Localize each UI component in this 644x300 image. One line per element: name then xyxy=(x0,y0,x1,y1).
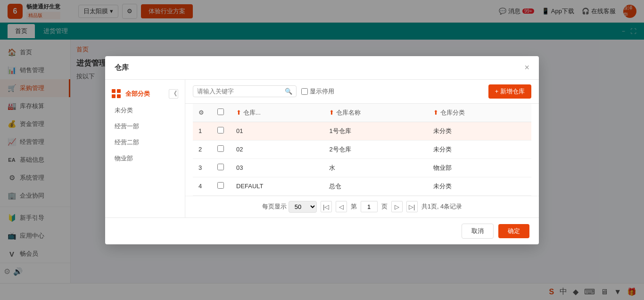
pagination: 每页显示 50 100 200 |◁ ◁ 第 页 ▷ ▷| 共1页, 4条记录 xyxy=(185,196,539,217)
row-no: 2 xyxy=(193,140,212,158)
row-name: 水 xyxy=(323,158,427,177)
search-input[interactable] xyxy=(197,88,283,95)
row-name: 1号仓库 xyxy=(323,122,427,140)
row-code: 02 xyxy=(231,140,323,158)
table-body: 1 01 1号仓库 未分类 2 xyxy=(193,122,531,195)
warehouse-modal: 仓库 × 全部分类 《 未分类 经营一部 经营二部 xyxy=(105,56,539,244)
first-page-button[interactable]: |◁ xyxy=(321,201,332,212)
row-name: 2号仓库 xyxy=(323,140,427,158)
warehouse-table: ⚙ ⬆仓库... ⬆仓库名称 xyxy=(193,104,531,196)
page-size-dropdown[interactable]: 50 100 200 xyxy=(289,201,317,213)
show-disabled-checkbox[interactable] xyxy=(301,88,308,95)
left-category-panel: 全部分类 《 未分类 经营一部 经营二部 物业部 xyxy=(105,80,185,217)
row-code: 01 xyxy=(231,122,323,140)
row-checkbox xyxy=(212,140,231,158)
prev-page-button[interactable]: ◁ xyxy=(336,201,347,212)
category-item-dept1[interactable]: 经营一部 xyxy=(105,118,185,134)
show-disabled-option: 显示停用 xyxy=(301,87,334,96)
row-select-checkbox[interactable] xyxy=(217,164,224,170)
modal-footer: 取消 确定 xyxy=(105,217,539,244)
row-checkbox xyxy=(212,158,231,177)
sort-icon-category: ⬆ xyxy=(433,109,438,116)
th-name: ⬆仓库名称 xyxy=(323,104,427,122)
row-category: 未分类 xyxy=(428,140,531,158)
category-item-property[interactable]: 物业部 xyxy=(105,150,185,167)
table-row[interactable]: 4 DEFAULT 总仓 未分类 xyxy=(193,177,531,195)
row-checkbox xyxy=(212,122,231,140)
th-settings: ⚙ xyxy=(193,104,212,122)
row-select-checkbox[interactable] xyxy=(217,145,224,152)
table-row[interactable]: 3 03 水 物业部 xyxy=(193,158,531,177)
modal-body: 全部分类 《 未分类 经营一部 经营二部 物业部 🔍 xyxy=(105,80,539,217)
add-warehouse-button[interactable]: + 新增仓库 xyxy=(488,84,531,99)
right-toolbar: 🔍 显示停用 + 新增仓库 xyxy=(185,80,539,104)
page-input[interactable] xyxy=(361,201,378,212)
row-code: DEFAULT xyxy=(231,177,323,195)
collapse-button[interactable]: 《 xyxy=(169,89,178,99)
table-row[interactable]: 2 02 2号仓库 未分类 xyxy=(193,140,531,158)
row-no: 4 xyxy=(193,177,212,195)
modal-header: 仓库 × xyxy=(105,56,539,80)
search-box: 🔍 xyxy=(193,85,297,97)
select-all-checkbox[interactable] xyxy=(217,108,224,115)
sort-icon-name: ⬆ xyxy=(329,109,334,116)
th-checkbox xyxy=(212,104,231,122)
row-category: 物业部 xyxy=(428,158,531,177)
table-header: ⚙ ⬆仓库... ⬆仓库名称 xyxy=(193,104,531,122)
settings-th-icon: ⚙ xyxy=(198,109,204,116)
table-row[interactable]: 1 01 1号仓库 未分类 xyxy=(193,122,531,140)
cancel-button[interactable]: 取消 xyxy=(462,224,494,239)
modal-close-button[interactable]: × xyxy=(524,63,529,73)
row-code: 03 xyxy=(231,158,323,177)
th-code: ⬆仓库... xyxy=(231,104,323,122)
row-select-checkbox[interactable] xyxy=(217,182,224,189)
th-category: ⬆仓库分类 xyxy=(428,104,531,122)
modal-overlay: 仓库 × 全部分类 《 未分类 经营一部 经营二部 xyxy=(0,0,644,300)
category-grid-icon xyxy=(112,89,121,98)
next-page-button[interactable]: ▷ xyxy=(391,201,403,212)
modal-title: 仓库 xyxy=(115,63,129,72)
category-item-dept2[interactable]: 经营二部 xyxy=(105,134,185,150)
table-container: ⚙ ⬆仓库... ⬆仓库名称 xyxy=(185,104,539,196)
row-category: 未分类 xyxy=(428,122,531,140)
row-category: 未分类 xyxy=(428,177,531,195)
sort-icon-code: ⬆ xyxy=(236,109,241,116)
row-checkbox xyxy=(212,177,231,195)
search-icon: 🔍 xyxy=(285,88,292,95)
right-data-panel: 🔍 显示停用 + 新增仓库 ⚙ xyxy=(185,80,539,217)
confirm-button[interactable]: 确定 xyxy=(498,224,529,238)
row-no: 1 xyxy=(193,122,212,140)
last-page-button[interactable]: ▷| xyxy=(406,201,418,212)
all-category-header[interactable]: 全部分类 《 xyxy=(105,85,185,102)
row-select-checkbox[interactable] xyxy=(217,127,224,133)
row-no: 3 xyxy=(193,158,212,177)
category-item-unclassified[interactable]: 未分类 xyxy=(105,102,185,118)
row-name: 总仓 xyxy=(323,177,427,195)
page-size-select: 每页显示 50 100 200 xyxy=(262,201,317,213)
